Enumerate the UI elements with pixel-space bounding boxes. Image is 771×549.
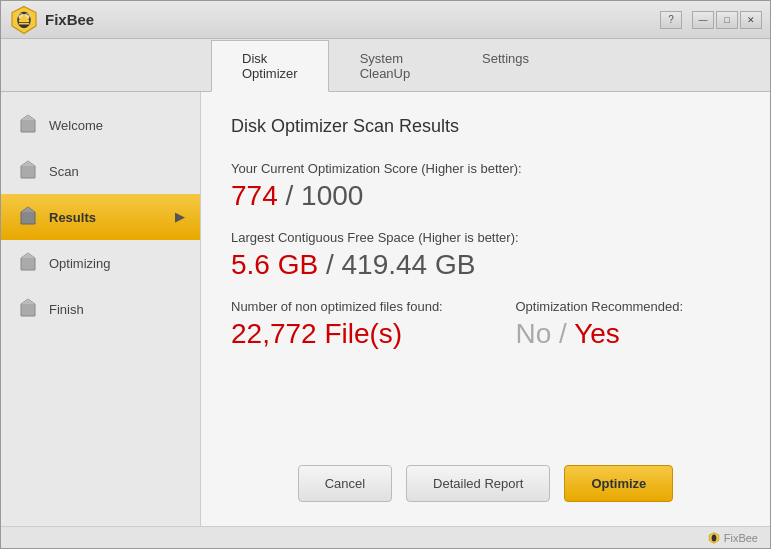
sidebar-item-optimizing[interactable]: Optimizing — [1, 240, 200, 286]
sidebar-item-welcome[interactable]: Welcome — [1, 102, 200, 148]
main-body: Welcome Scan Results — [1, 92, 770, 526]
opt-col: Optimization Recommended: No / Yes — [516, 299, 741, 350]
svg-point-8 — [711, 534, 716, 541]
space-free: 5.6 GB — [231, 249, 318, 280]
scan-icon — [17, 160, 39, 182]
title-bar-controls: ? — □ ✕ — [660, 11, 762, 29]
score-number: 774 — [231, 180, 278, 211]
score-section: Your Current Optimization Score (Higher … — [231, 161, 740, 212]
score-separator: / — [286, 180, 302, 211]
tab-bar: Disk Optimizer System CleanUp Settings — [1, 39, 770, 92]
sidebar: Welcome Scan Results — [1, 92, 201, 526]
help-button[interactable]: ? — [660, 11, 682, 29]
space-total: 419.44 GB — [342, 249, 476, 280]
title-bar: FixBee ? — □ ✕ — [1, 1, 770, 39]
files-opt-row: Number of non optimized files found: 22,… — [231, 299, 740, 350]
opt-separator: / — [559, 318, 574, 349]
app-window: FixBee ? — □ ✕ Disk Optimizer System Cle… — [0, 0, 771, 549]
sidebar-arrow-results: ▶ — [175, 210, 184, 224]
footer-brand: FixBee — [708, 532, 758, 544]
title-bar-logo: FixBee — [9, 5, 660, 35]
opt-yes: Yes — [574, 318, 620, 349]
space-separator: / — [326, 249, 342, 280]
files-label: Number of non optimized files found: — [231, 299, 456, 314]
sidebar-item-scan[interactable]: Scan — [1, 148, 200, 194]
finish-icon — [17, 298, 39, 320]
sidebar-label-finish: Finish — [49, 302, 84, 317]
bee-icon — [9, 5, 39, 35]
sidebar-item-results[interactable]: Results ▶ — [1, 194, 200, 240]
cancel-button[interactable]: Cancel — [298, 465, 392, 502]
footer-brand-text: FixBee — [724, 532, 758, 544]
detailed-report-button[interactable]: Detailed Report — [406, 465, 550, 502]
optimize-button[interactable]: Optimize — [564, 465, 673, 502]
sidebar-label-welcome: Welcome — [49, 118, 103, 133]
files-col: Number of non optimized files found: 22,… — [231, 299, 456, 350]
app-title: FixBee — [45, 11, 94, 28]
opt-label: Optimization Recommended: — [516, 299, 741, 314]
space-section: Largest Contiguous Free Space (Higher is… — [231, 230, 740, 281]
sidebar-label-optimizing: Optimizing — [49, 256, 110, 271]
space-label: Largest Contiguous Free Space (Higher is… — [231, 230, 740, 245]
button-row: Cancel Detailed Report Optimize — [231, 445, 740, 502]
opt-value: No / Yes — [516, 318, 741, 350]
score-value: 774 / 1000 — [231, 180, 740, 212]
results-icon — [17, 206, 39, 228]
tab-settings[interactable]: Settings — [451, 40, 560, 92]
sidebar-item-finish[interactable]: Finish — [1, 286, 200, 332]
svg-rect-4 — [19, 22, 30, 24]
score-label: Your Current Optimization Score (Higher … — [231, 161, 740, 176]
sidebar-label-scan: Scan — [49, 164, 79, 179]
maximize-button[interactable]: □ — [716, 11, 738, 29]
close-button[interactable]: ✕ — [740, 11, 762, 29]
tab-system-cleanup[interactable]: System CleanUp — [329, 40, 451, 92]
page-title: Disk Optimizer Scan Results — [231, 116, 740, 137]
space-value: 5.6 GB / 419.44 GB — [231, 249, 740, 281]
footer-bee-icon — [708, 532, 720, 544]
minimize-button[interactable]: — — [692, 11, 714, 29]
welcome-icon — [17, 114, 39, 136]
opt-no: No — [516, 318, 552, 349]
svg-rect-3 — [19, 20, 30, 22]
footer: FixBee — [1, 526, 770, 548]
score-max: 1000 — [301, 180, 363, 211]
sidebar-label-results: Results — [49, 210, 96, 225]
files-value: 22,772 File(s) — [231, 318, 456, 350]
content-area: Disk Optimizer Scan Results Your Current… — [201, 92, 770, 526]
tab-disk-optimizer[interactable]: Disk Optimizer — [211, 40, 329, 92]
optimizing-icon — [17, 252, 39, 274]
